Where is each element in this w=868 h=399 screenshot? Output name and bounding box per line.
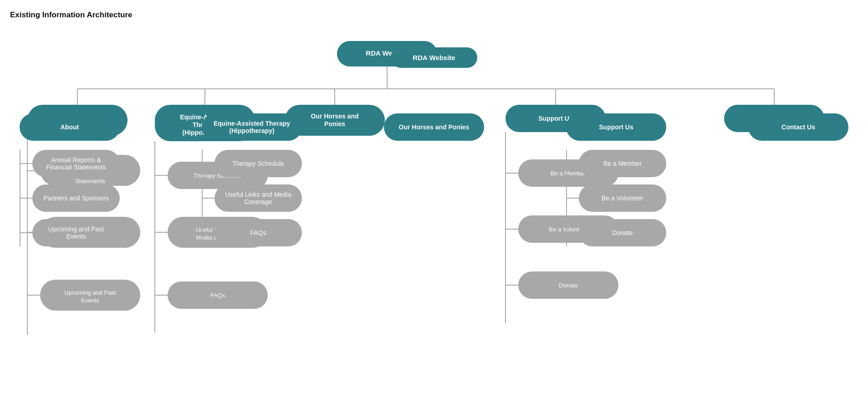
- node-horses[interactable]: Our Horses and Ponies: [384, 113, 484, 141]
- child-partners: Partners and Sponsors: [20, 184, 120, 212]
- child-useful-links: Useful Links and Media Coverage: [202, 184, 302, 212]
- column-horses: Our Horses and Ponies: [384, 113, 484, 141]
- node-volunteer[interactable]: Be a Volunteer: [579, 184, 666, 212]
- svg-text:Existing Information Architect: Existing Information Architecture: [10, 10, 133, 19]
- svg-text:Upcoming and Past: Upcoming and Past: [64, 289, 116, 296]
- node-member[interactable]: Be a Member: [579, 150, 666, 177]
- node-support[interactable]: Support Us: [566, 113, 666, 141]
- node-events[interactable]: Upcoming and Past Events: [32, 219, 120, 246]
- node-equine[interactable]: Equine-Assisted Therapy (Hippotherapy): [202, 113, 302, 141]
- svg-text:Donate: Donate: [559, 282, 578, 289]
- column-about: About Annual Reports & Financial Stateme…: [20, 113, 120, 246]
- child-events: Upcoming and Past Events: [20, 219, 120, 246]
- node-faqs[interactable]: FAQs: [214, 219, 302, 246]
- node-therapy-schedule[interactable]: Therapy Schedule: [214, 150, 302, 177]
- child-faqs: FAQs: [202, 219, 302, 246]
- column-support: Support Us Be a Member Be a Volunteer Do…: [566, 113, 666, 246]
- node-annual-reports[interactable]: Annual Reports & Financial Statements: [32, 150, 120, 177]
- column-equine: Equine-Assisted Therapy (Hippotherapy) T…: [202, 113, 302, 246]
- node-donate[interactable]: Donate: [579, 219, 666, 246]
- svg-text:FAQs: FAQs: [210, 292, 225, 299]
- child-therapy-schedule: Therapy Schedule: [202, 150, 302, 177]
- node-useful-links[interactable]: Useful Links and Media Coverage: [214, 184, 302, 212]
- child-member: Be a Member: [566, 150, 666, 177]
- child-donate: Donate: [566, 219, 666, 246]
- child-annual-reports: Annual Reports & Financial Statements: [20, 150, 120, 177]
- node-partners[interactable]: Partners and Sponsors: [32, 184, 120, 212]
- column-contact: Contact Us: [748, 113, 848, 141]
- node-contact[interactable]: Contact Us: [748, 113, 848, 141]
- node-about[interactable]: About: [20, 113, 120, 141]
- svg-text:Events: Events: [81, 297, 99, 304]
- child-volunteer: Be a Volunteer: [566, 184, 666, 212]
- diagram-container: Existing Information Architecture: [15, 11, 853, 246]
- root-node: RDA Website: [391, 47, 477, 68]
